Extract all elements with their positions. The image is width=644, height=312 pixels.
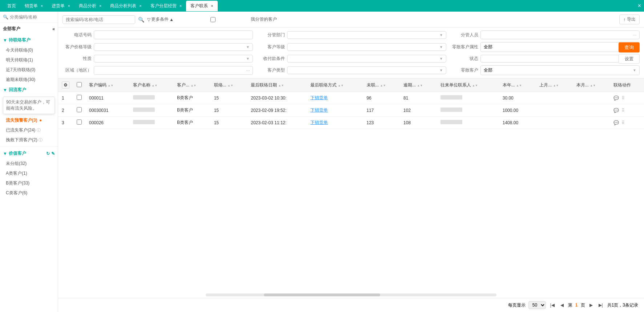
sparse-customer-select[interactable]: 全部 ▼ (480, 65, 640, 75)
tab-sales-order[interactable]: 销货单 × (20, 1, 47, 11)
phone-input[interactable] (94, 31, 253, 39)
tab-product-analysis[interactable]: 商品分析 × (75, 1, 106, 11)
filter-my-customers[interactable]: 我分管的客户 (177, 16, 277, 23)
tab-home[interactable]: 首页 (3, 1, 20, 11)
col-unit-contact[interactable]: 往来单位联系人 ▲▼ (437, 78, 499, 92)
sidebar-item-lost-warning[interactable]: 流失预警客户(3) ● (0, 116, 58, 125)
sidebar-group-pending[interactable]: ▼ 待联络客户 (0, 35, 58, 45)
col-customer-name[interactable]: 客户名称 ▲▼ (129, 78, 173, 92)
sidebar-group-return[interactable]: ▼ 回流客户 (0, 85, 58, 95)
refresh-icon-value[interactable]: ↻ (46, 151, 50, 156)
query-button[interactable]: 查询 (619, 42, 640, 52)
col-customer-code[interactable]: 客户编码 ▲▼ (85, 78, 129, 92)
cell-cb-1[interactable] (73, 92, 85, 104)
col-customer-type[interactable]: 客户... ▲▼ (173, 78, 210, 92)
col-this-month[interactable]: 本月... ▲▼ (573, 78, 610, 92)
close-tab-ct[interactable]: × (180, 4, 182, 8)
ctype-select[interactable]: ▼ (287, 66, 446, 74)
filter-manager: 分管人员 ··· (449, 31, 640, 39)
row-checkbox-2[interactable] (77, 107, 82, 112)
filter-search-button[interactable]: 🔍 (138, 17, 144, 23)
col-checkbox[interactable] (73, 78, 85, 92)
sidebar-search-input[interactable] (10, 15, 55, 20)
close-tab-purchase[interactable]: × (68, 4, 70, 8)
sidebar-group-value[interactable]: ▼ 价值客户 ↻ ✎ (0, 148, 58, 159)
sidebar-collapse-icon[interactable]: « (52, 27, 55, 32)
action-chat-1[interactable]: 💬 (613, 96, 619, 101)
gear-button[interactable]: ⚙ (62, 81, 69, 89)
sidebar-item-already-lost[interactable]: 已流失客户(24) ⓘ (0, 125, 58, 135)
col-uncontacted[interactable]: 未联... ▲▼ (363, 78, 400, 92)
prev-page-button[interactable]: ◀ (559, 302, 565, 308)
col-last-month[interactable]: 上月... ▲▼ (536, 78, 573, 92)
dept-select[interactable]: ▼ (287, 31, 446, 39)
sidebar-item-today-contact[interactable]: 今天待联络(0) (0, 45, 58, 55)
export-button[interactable]: ↑ 导出 (619, 15, 640, 24)
tab-purchase-order[interactable]: 进货单 × (47, 1, 74, 11)
method-link-1[interactable]: 下销货单 (310, 95, 328, 100)
scrollbar-thumb[interactable] (264, 293, 380, 296)
filter-more-btn[interactable]: ▽ 更多条件 ▲ (147, 16, 174, 23)
search-input[interactable] (63, 15, 135, 24)
window-close-icon[interactable]: × (638, 3, 641, 9)
tab-customer-tier[interactable]: 客户分层经营 × (146, 1, 186, 11)
select-all-checkbox[interactable] (77, 82, 82, 87)
customer-level-select[interactable]: ▼ (287, 43, 446, 51)
cell-cb-3[interactable] (73, 117, 85, 129)
action-chat-3[interactable]: 💬 (613, 120, 619, 125)
close-tab-sales[interactable]: × (41, 4, 43, 8)
page-label: 第 (568, 302, 572, 308)
method-link-3[interactable]: 下销货单 (310, 120, 328, 125)
manager-select[interactable]: ··· (480, 31, 640, 39)
col-contact[interactable]: 联络... ▲▼ (210, 78, 247, 92)
action-chat-2[interactable]: 💬 (613, 108, 619, 113)
col-gear[interactable]: ⚙ (58, 78, 73, 92)
col-last-method[interactable]: 最后联络方式 ▲▼ (307, 78, 363, 92)
dots-icon-manager[interactable]: ··· (633, 32, 636, 37)
cell-cb-2[interactable] (73, 104, 85, 117)
action-more-3[interactable]: ⠿ (621, 120, 625, 125)
edit-icon-value[interactable]: ✎ (51, 151, 55, 156)
sparse-attr-select[interactable]: 全部 ▼ (480, 42, 640, 52)
col-overdue[interactable]: 逾期... ▲▼ (400, 78, 437, 92)
sidebar-item-overdue-contact[interactable]: 逾期未联络(30) (0, 75, 58, 85)
settings-button[interactable]: 设置 (619, 54, 640, 64)
method-link-2[interactable]: 下销货单 (310, 108, 328, 113)
close-tab-cc[interactable]: × (211, 4, 213, 8)
cell-name-3 (129, 117, 173, 129)
per-page-select[interactable]: 50 (528, 301, 546, 309)
cell-method-3[interactable]: 下销货单 (307, 117, 363, 129)
cell-method-2[interactable]: 下销货单 (307, 104, 363, 117)
close-tab-pl[interactable]: × (139, 4, 141, 8)
sidebar-item-7day-contact[interactable]: 近7天待联络(0) (0, 65, 58, 75)
col-this-year[interactable]: 本年... ▲▼ (499, 78, 536, 92)
sidebar-item-rescue-decline[interactable]: 挽救下滑客户(2) ⓘ (0, 135, 58, 145)
cell-method-1[interactable]: 下销货单 (307, 92, 363, 104)
region-input[interactable]: ··· (94, 66, 253, 75)
row-checkbox-3[interactable] (77, 119, 82, 125)
row-checkbox-1[interactable] (77, 95, 82, 100)
nature-select[interactable]: ▼ (94, 55, 253, 62)
col-last-date[interactable]: 最后联络日期 ▲▼ (247, 78, 307, 92)
my-customers-checkbox[interactable] (177, 17, 249, 22)
cell-date-3: 2023-02-03 11:12: (247, 117, 307, 129)
tab-customer-contact[interactable]: 客户联系 × (186, 1, 217, 11)
action-more-2[interactable]: ⠿ (621, 108, 625, 113)
first-page-button[interactable]: |◀ (549, 302, 556, 308)
horizontal-scrollbar[interactable] (206, 293, 496, 296)
action-more-1[interactable]: ⠿ (621, 96, 625, 101)
last-page-button[interactable]: ▶| (597, 302, 604, 308)
payment-select[interactable]: ▼ (287, 55, 446, 62)
sidebar-item-tomorrow-contact[interactable]: 明天待联络(1) (0, 55, 58, 65)
sidebar-item-ungroup[interactable]: 未分组(32) (0, 159, 58, 169)
sidebar-item-class-b[interactable]: B类客户(33) (0, 178, 58, 188)
close-tab-pa[interactable]: × (99, 4, 101, 8)
sidebar-item-class-c[interactable]: C类客户(6) (0, 188, 58, 198)
status-select[interactable]: ▼ (480, 55, 640, 62)
next-page-button[interactable]: ▶ (588, 302, 594, 308)
tab-product-list[interactable]: 商品分析列表 × (106, 1, 146, 11)
sidebar-item-class-a[interactable]: A类客户(1) (0, 169, 58, 178)
sidebar-root-header[interactable]: 全部客户 « (0, 23, 58, 35)
dots-icon-region[interactable]: ··· (246, 68, 250, 73)
price-level-select[interactable]: ▼ (94, 43, 253, 51)
